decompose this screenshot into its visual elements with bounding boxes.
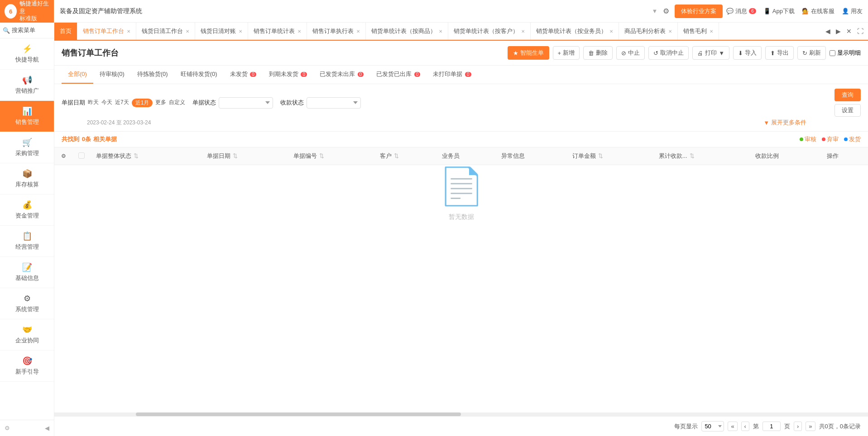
subtab-shipped-not-out[interactable]: 已发货未出库 0: [313, 66, 370, 84]
online-service-action[interactable]: 💁 在线客服: [802, 7, 834, 15]
sidebar-item-guide[interactable]: 🎯 新手引导: [0, 351, 54, 382]
date-yesterday[interactable]: 昨天: [88, 99, 99, 107]
review-action[interactable]: 审核: [800, 135, 816, 143]
ship-label: 发货: [849, 135, 861, 143]
tab-product-margin[interactable]: 商品毛利分析表 ✕: [619, 23, 678, 40]
per-page-select[interactable]: 50 20 100: [701, 421, 724, 431]
ship-action[interactable]: 发货: [844, 135, 861, 143]
sidebar-item-marketing[interactable]: 📢 营销推广: [0, 70, 54, 101]
subtab-wangpu[interactable]: 旺铺待发货(0): [174, 66, 224, 84]
user-action[interactable]: 👤 用友: [842, 7, 863, 15]
tab-fullscreen-btn[interactable]: ⛶: [855, 27, 865, 36]
topbar-dropdown-icon[interactable]: ▼: [652, 8, 657, 14]
subtab-pending-check[interactable]: 待拣验货(0): [131, 66, 174, 84]
tab-sales-stats-customer[interactable]: 销货单统计表（按客户） ✕: [448, 23, 531, 40]
tab-sales-order[interactable]: 销售订单工作台 ✕: [77, 23, 136, 41]
tab-close-icon[interactable]: ✕: [239, 29, 242, 34]
sidebar-search[interactable]: 🔍 搜索菜单: [0, 23, 54, 38]
smart-btn[interactable]: ★ 智能生单: [508, 46, 549, 60]
add-btn[interactable]: + 新增: [553, 46, 580, 60]
settings-icon[interactable]: ⚙: [5, 425, 10, 431]
subtab-pending-review[interactable]: 待审核(0): [93, 66, 131, 84]
subtab-overdue[interactable]: 到期未发货 0: [263, 66, 313, 84]
show-detail-input[interactable]: [830, 50, 835, 56]
expand-btn[interactable]: ▼ 展开更多条件: [763, 118, 806, 127]
first-page-btn[interactable]: «: [728, 422, 737, 431]
col-received[interactable]: 累计收款... ⇅: [653, 147, 750, 165]
tab-close-icon[interactable]: ✕: [710, 29, 713, 34]
table-scroll-area[interactable]: ⚙ 单据整体状态 ⇅ 单据日期 ⇅: [54, 147, 868, 412]
tab-prev-btn[interactable]: ◀: [824, 27, 832, 36]
tab-close-icon[interactable]: ✕: [356, 29, 360, 34]
export-btn[interactable]: ⬆ 导出: [765, 46, 794, 60]
tab-cash-daily[interactable]: 钱货日清工作台 ✕: [136, 23, 195, 40]
suspend-btn[interactable]: ⊘ 中止: [616, 46, 645, 60]
tab-next-btn[interactable]: ▶: [834, 27, 843, 36]
select-all-checkbox[interactable]: [78, 152, 85, 159]
sidebar-item-quick-nav[interactable]: ⚡ 快捷导航: [0, 38, 54, 70]
unsuspend-btn[interactable]: ↺ 取消中止: [648, 46, 689, 60]
sidebar-item-purchase[interactable]: 🛒 采购管理: [0, 132, 54, 163]
tab-sales-stats-salesman[interactable]: 销货单统计表（按业务员） ✕: [531, 23, 619, 40]
tab-close-icon[interactable]: ✕: [521, 29, 525, 34]
app-download-action[interactable]: 📱 App下载: [763, 7, 795, 15]
date-more[interactable]: 更多: [155, 99, 166, 107]
tab-sales-stats[interactable]: 销售订单统计表 ✕: [248, 23, 307, 40]
industry-btn[interactable]: 体验行业方案: [675, 5, 723, 18]
col-customer[interactable]: 客户 ⇅: [374, 147, 436, 165]
tab-close-icon[interactable]: ✕: [127, 29, 130, 34]
col-date[interactable]: 单据日期 ⇅: [201, 147, 288, 165]
tab-close-icon[interactable]: ✕: [297, 29, 301, 34]
message-action[interactable]: 💬 消息 6: [726, 7, 756, 15]
tab-close-icon[interactable]: ✕: [439, 29, 442, 34]
print-btn[interactable]: 🖨 打印 ▼: [692, 46, 729, 60]
subtab-shipped-out[interactable]: 已发货已出库 0: [370, 66, 427, 84]
date-today[interactable]: 今天: [101, 99, 112, 107]
tab-close-all-btn[interactable]: ✕: [844, 27, 854, 36]
prev-page-btn[interactable]: ‹: [741, 422, 749, 431]
sidebar-item-enterprise[interactable]: 🤝 企业协同: [0, 319, 54, 351]
col-checkbox[interactable]: [72, 147, 91, 165]
subtab-all[interactable]: 全部(0): [62, 66, 93, 84]
tab-sales-profit[interactable]: 销售毛利 ✕: [678, 23, 719, 40]
next-page-btn[interactable]: ›: [794, 422, 802, 431]
col-number[interactable]: 单据编号 ⇅: [288, 147, 374, 165]
sidebar-item-system[interactable]: ⚙ 系统管理: [0, 288, 54, 319]
delete-btn[interactable]: 🗑 删除: [583, 46, 613, 60]
col-settings[interactable]: ⚙: [54, 147, 72, 165]
last-page-btn[interactable]: »: [806, 422, 815, 431]
tab-close-icon[interactable]: ✕: [186, 29, 189, 34]
set-btn[interactable]: 设置: [834, 104, 861, 117]
topbar-settings-icon[interactable]: ⚙: [661, 5, 671, 17]
collapse-icon[interactable]: ◀: [45, 425, 49, 431]
sidebar-item-inventory[interactable]: 📦 库存核算: [0, 163, 54, 194]
receipt-select[interactable]: [307, 97, 361, 109]
show-detail-checkbox[interactable]: 显示明细: [830, 49, 861, 57]
tab-sales-stats-product[interactable]: 销货单统计表（按商品） ✕: [366, 23, 448, 40]
tab-close-icon[interactable]: ✕: [668, 29, 672, 34]
subtab-not-printed[interactable]: 未打印单据 0: [427, 66, 477, 84]
filter-row: 单据日期 昨天 今天 近7天 近1月 更多 自定义 单据状态: [62, 89, 861, 117]
tab-close-icon[interactable]: ✕: [609, 29, 613, 34]
horizontal-scrollbar[interactable]: [54, 412, 868, 416]
tab-sales-exec[interactable]: 销售订单执行表 ✕: [307, 23, 366, 40]
import-btn[interactable]: ⬇ 导入: [733, 46, 762, 60]
sidebar-item-sales[interactable]: 📊 销售管理: [0, 101, 54, 132]
sidebar-item-operation[interactable]: 📋 经营管理: [0, 226, 54, 257]
date-1month[interactable]: 近1月: [132, 99, 153, 107]
col-status[interactable]: 单据整体状态 ⇅: [91, 147, 201, 165]
sidebar-item-basic[interactable]: 📝 基础信息: [0, 257, 54, 288]
col-amount[interactable]: 订单金额 ⇅: [567, 147, 653, 165]
status-select[interactable]: [219, 97, 273, 109]
sidebar-item-finance[interactable]: 💰 资金管理: [0, 194, 54, 226]
query-btn[interactable]: 查询: [834, 89, 861, 101]
date-custom[interactable]: 自定义: [169, 99, 185, 107]
tab-cash-reconcile[interactable]: 钱货日清对账 ✕: [195, 23, 248, 40]
tab-home[interactable]: 首页: [54, 23, 77, 40]
scrollbar-thumb[interactable]: [136, 412, 461, 416]
unreviewed-action[interactable]: 弃审: [822, 135, 839, 143]
subtab-not-shipped[interactable]: 未发货 0: [224, 66, 263, 84]
page-input[interactable]: [762, 422, 781, 431]
refresh-btn[interactable]: ↻ 刷新: [797, 46, 826, 60]
date-7days[interactable]: 近7天: [115, 99, 129, 107]
